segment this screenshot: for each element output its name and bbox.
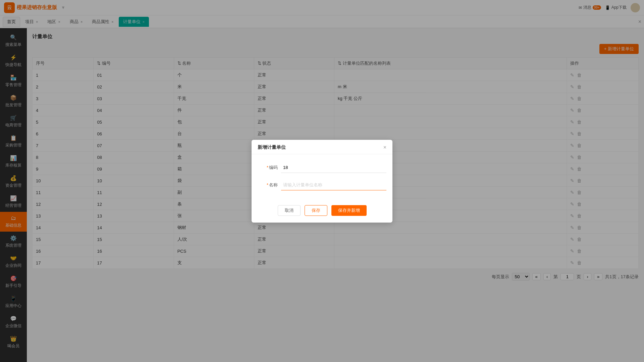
add-unit-dialog: 新增计量单位 × *编码 *名称 取消 保存 保存并新增 (252, 140, 392, 223)
dialog-overlay: 新增计量单位 × *编码 *名称 取消 保存 保存并新增 (0, 0, 644, 362)
dialog-header: 新增计量单位 × (252, 140, 392, 154)
cancel-button[interactable]: 取消 (278, 205, 301, 216)
dialog-footer: 取消 保存 保存并新增 (252, 202, 392, 223)
form-label-name: *名称 (258, 182, 278, 188)
code-input[interactable] (281, 162, 386, 173)
dialog-close-button[interactable]: × (383, 144, 386, 150)
form-row-name: *名称 (258, 180, 386, 190)
required-mark-name: * (267, 182, 268, 187)
form-label-code: *编码 (258, 165, 278, 171)
save-and-new-button[interactable]: 保存并新增 (331, 205, 367, 216)
name-input[interactable] (281, 180, 386, 190)
dialog-title: 新增计量单位 (258, 144, 286, 150)
form-row-code: *编码 (258, 162, 386, 173)
save-button[interactable]: 保存 (305, 205, 327, 216)
required-mark-code: * (267, 165, 268, 170)
dialog-body: *编码 *名称 (252, 154, 392, 202)
